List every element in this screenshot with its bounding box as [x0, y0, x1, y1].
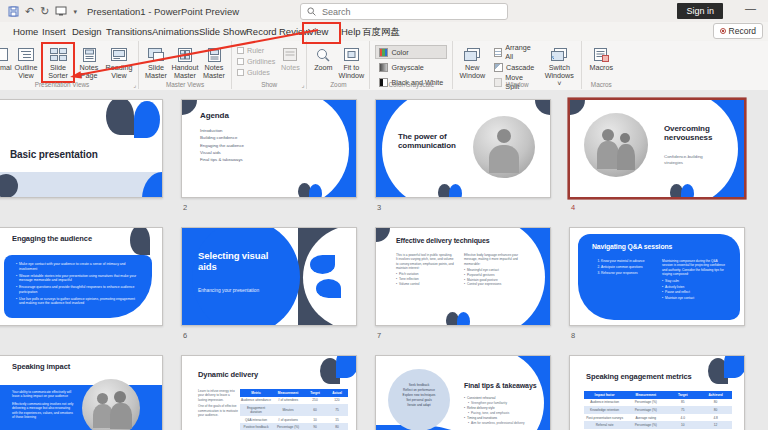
bullet-list: Consistent rehearsal Strengthen your fam…: [464, 396, 544, 426]
slide-sorter-canvas: Basic presentation Agenda Introduction B…: [0, 90, 768, 430]
tab-home[interactable]: Home: [13, 26, 38, 37]
text-block: Learn to infuse energy into your deliver…: [198, 389, 238, 420]
slide-thumbnail-6[interactable]: Selecting visual aids Enhancing your pre…: [181, 227, 357, 326]
notes-master-button[interactable]: Notes Master: [200, 42, 228, 83]
bullet-list: Pitch variation Tone inflection Volume c…: [396, 272, 454, 286]
reading-view-button[interactable]: Reading View: [103, 42, 135, 83]
table-row: Q&A interaction# of questions1015: [240, 416, 348, 424]
bullet-list: Meaningful eye contact Purposeful gestur…: [464, 268, 524, 287]
table-cell: 250: [304, 397, 326, 405]
slide-thumbnail-3[interactable]: The power of communication: [375, 99, 551, 198]
minimize-button[interactable]: —: [745, 2, 756, 14]
gridlines-checkbox[interactable]: Gridlines: [237, 57, 275, 66]
tab-record[interactable]: Record: [246, 26, 277, 37]
slide-thumbnail-4-selected[interactable]: Overcoming nervousness Confidence-buildi…: [569, 99, 745, 198]
petal-decoration: [681, 184, 694, 198]
slide-thumbnail-10[interactable]: Dynamic delivery Learn to infuse energy …: [181, 355, 357, 430]
crescent-decoration: [690, 100, 744, 197]
slide-title: Final tips & takeaways: [464, 382, 537, 390]
table-cell: Audience attendance: [240, 397, 272, 405]
macros-button[interactable]: Macros: [585, 42, 617, 75]
paragraph: Maintaining composure during the Q&A ses…: [662, 259, 728, 277]
handout-master-icon: [178, 47, 192, 62]
slide-thumbnail-8[interactable]: Navigating Q&A sessions Know your materi…: [569, 227, 745, 326]
sign-in-button[interactable]: Sign in: [677, 3, 723, 19]
undo-icon[interactable]: ↶: [25, 6, 34, 17]
slide-thumbnail-12[interactable]: Speaking engagement metrics Impact facto…: [569, 355, 745, 430]
petal-decoration: [106, 99, 134, 135]
slide-thumbnail-1[interactable]: Basic presentation: [0, 99, 163, 198]
dialog-launcher-icon[interactable]: ⌟: [302, 81, 305, 88]
slide-thumbnail-2[interactable]: Agenda Introduction Building confidence …: [181, 99, 357, 198]
text-column: This is a powerful tool in public speaki…: [396, 253, 454, 287]
tab-help[interactable]: Help: [341, 26, 361, 37]
slide-title: Engaging the audience: [12, 235, 92, 243]
petal-decoration: [336, 355, 357, 378]
slide-thumbnail-11[interactable]: Seek feedback Reflect on performance Exp…: [375, 355, 551, 430]
table-cell: Percentage (%): [625, 421, 666, 429]
tab-baidu-netdisk[interactable]: 百度网盘: [362, 26, 400, 39]
outline-view-button[interactable]: Outline View: [11, 42, 41, 83]
zoom-button[interactable]: Zoom: [310, 42, 336, 75]
grayscale-button[interactable]: Grayscale: [375, 60, 447, 74]
search-box[interactable]: [300, 3, 508, 20]
search-input[interactable]: [320, 6, 474, 18]
slide-number-selected: 4: [571, 203, 575, 212]
bullet-list: Stay calm Actively listen Pause and refl…: [662, 279, 728, 301]
speakers-photo: [584, 113, 648, 177]
guides-checkbox[interactable]: Guides: [237, 68, 275, 77]
handout-master-button[interactable]: Handout Master: [170, 42, 200, 83]
slide-sorter-button[interactable]: Slide Sorter: [41, 42, 75, 83]
slide-title: Speaking engagement metrics: [586, 373, 692, 381]
arrange-all-icon: [494, 48, 502, 57]
outline-view-icon: [18, 47, 34, 62]
group-label-window: Window: [453, 81, 581, 88]
slide-master-button[interactable]: Slide Master: [142, 42, 170, 83]
customize-qat-icon[interactable]: ▾: [73, 8, 77, 15]
slide-title: Navigating Q&A sessions: [592, 243, 672, 251]
redo-icon[interactable]: ↻: [40, 6, 49, 17]
slide-thumbnail-7[interactable]: Effective delivery techniques This is a …: [375, 227, 551, 326]
tab-slide-show[interactable]: Slide Show: [199, 26, 247, 37]
content-panel: Make eye contact with your audience to c…: [4, 255, 152, 318]
table-cell: 80: [699, 406, 732, 414]
save-icon[interactable]: [8, 6, 19, 17]
table-cell: 10: [304, 416, 326, 424]
tab-animations[interactable]: Animations: [152, 26, 199, 37]
checkbox-icon: [237, 47, 244, 54]
slide-title: Selecting visual aids: [198, 251, 270, 272]
tab-transitions[interactable]: Transitions: [106, 26, 152, 37]
table-row: Positive feedbackPercentage (%)9080: [240, 423, 348, 430]
table-cell: Minutes: [272, 404, 304, 416]
crescent-decoration: [298, 100, 356, 197]
arrange-all-button[interactable]: Arrange All: [490, 45, 538, 59]
new-window-button[interactable]: New Window: [456, 42, 488, 83]
circle-line: Seek feedback: [409, 383, 429, 387]
tab-insert[interactable]: Insert: [42, 26, 66, 37]
list-item: Final tips & takeaways: [200, 156, 244, 163]
list-item: Engaging the audience: [200, 142, 244, 149]
notes-page-label: Notes Page: [78, 64, 100, 80]
table-header: Target: [304, 389, 326, 397]
dialog-launcher-icon[interactable]: ⌟: [133, 81, 136, 88]
notes-page-button[interactable]: Notes Page: [75, 42, 103, 83]
speakers-photo: [82, 379, 140, 430]
start-slideshow-icon[interactable]: [55, 6, 67, 16]
normal-view-button[interactable]: Normal: [0, 42, 11, 75]
cascade-button[interactable]: Cascade: [490, 60, 538, 74]
slide-thumbnail-5[interactable]: Engaging the audience Make eye contact w…: [0, 227, 163, 326]
ruler-checkbox[interactable]: Ruler: [237, 46, 275, 55]
circle-line: Explore new techniques: [403, 393, 436, 397]
circle-line: Set personal goals: [406, 398, 432, 402]
slide-thumbnail-9[interactable]: Speaking impact Your ability to communic…: [0, 355, 163, 430]
slide-title: The power of communication: [398, 133, 478, 151]
fit-to-window-button[interactable]: Fit to Window: [336, 42, 366, 83]
cascade-icon: [494, 63, 503, 72]
group-show: Ruler Gridlines Guides Notes Show ⌟: [232, 41, 307, 89]
text-block: Your ability to communicate effectively …: [12, 390, 76, 423]
petal-decoration: [724, 355, 745, 378]
tab-design[interactable]: Design: [72, 26, 102, 37]
gridlines-label: Gridlines: [247, 57, 275, 66]
color-button[interactable]: Color: [375, 45, 447, 59]
record-button[interactable]: Record: [713, 23, 763, 39]
